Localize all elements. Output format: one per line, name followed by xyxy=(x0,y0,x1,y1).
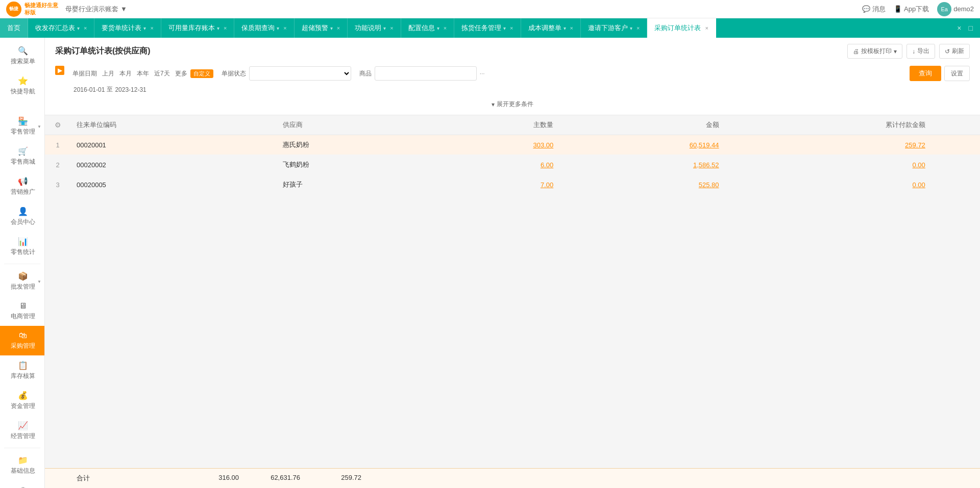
col-qty: 主数量 xyxy=(430,115,559,135)
paid-link[interactable]: 0.00 xyxy=(913,161,925,169)
qty-link[interactable]: 7.00 xyxy=(541,181,553,189)
sidebar-item-system[interactable]: ⚙ 系统管理 xyxy=(0,480,44,488)
status-label: 单据状态 xyxy=(222,69,246,78)
export-btn[interactable]: ↓ 导出 xyxy=(906,44,935,59)
tab-dropdown-icon4: ▾ xyxy=(277,25,279,31)
sidebar-item-purchase[interactable]: 🛍 采购管理 xyxy=(0,326,44,355)
sidebar-item-member[interactable]: 👤 会员中心 xyxy=(0,201,44,232)
paid-link[interactable]: 0.00 xyxy=(913,181,925,189)
user-area[interactable]: Ea demo2 xyxy=(937,2,974,16)
content-area: 采购订单统计表(按供应商) 🖨 按模板打印 ▾ ↓ 导出 ↺ 刷新 xyxy=(45,38,980,488)
tab-order-summary[interactable]: 要货单统计表 ▾ × xyxy=(94,18,161,38)
sidebar-item-wholesale[interactable]: 📦 批发管理 xyxy=(0,266,44,296)
tab-config[interactable]: 配置信息 ▾ × xyxy=(401,18,454,38)
sidebar-item-inventory[interactable]: 📋 库存核算 xyxy=(0,355,44,386)
shortcut-this-year[interactable]: 本年 xyxy=(135,68,151,79)
close-all-btn[interactable]: × xyxy=(954,22,964,34)
shortcut-7days[interactable]: 近7天 xyxy=(152,68,172,79)
settings-btn[interactable]: 设置 xyxy=(944,66,970,81)
tab-purchase-summary[interactable]: 采购订单统计表 × xyxy=(647,18,716,38)
search-icon: 🔍 xyxy=(18,46,28,56)
column-settings-icon[interactable]: ⚙ xyxy=(55,121,61,129)
maximize-btn[interactable]: □ xyxy=(966,22,976,34)
tab-overstock[interactable]: 超储预警 ▾ × xyxy=(295,18,348,38)
amount-link[interactable]: 60,519.44 xyxy=(690,141,719,149)
tab-close-icon10[interactable]: × xyxy=(636,25,640,31)
tab-receive-summary[interactable]: 收发存汇总表 ▾ × xyxy=(28,18,94,38)
tab-close-icon4[interactable]: × xyxy=(283,25,286,31)
sidebar-item-finance[interactable]: 💰 资金管理 xyxy=(0,386,44,416)
table-body: 1 00020001 惠氏奶粉 303.00 60,519.44 259.72 … xyxy=(45,135,980,195)
toggle-filter-btn[interactable]: ▶ xyxy=(55,66,64,75)
amount-link[interactable]: 525.80 xyxy=(699,181,719,189)
row-extra xyxy=(932,175,980,195)
tab-overstock-label: 超储预警 xyxy=(302,23,328,33)
tab-purchase-close-icon[interactable]: × xyxy=(705,25,708,31)
sidebar-finance-label: 资金管理 xyxy=(11,402,35,410)
sidebar-item-retail-stats[interactable]: 📊 零售统计 xyxy=(0,232,44,262)
sidebar-item-ecommerce[interactable]: 🖥 电商管理 xyxy=(0,296,44,326)
sidebar-item-marketing[interactable]: 📢 营销推广 xyxy=(0,171,44,201)
tab-close-icon[interactable]: × xyxy=(84,25,87,31)
tab-close-icon6[interactable]: × xyxy=(390,25,393,31)
amount-link[interactable]: 1,586.52 xyxy=(693,161,719,169)
tab-warranty[interactable]: 保质期查询 ▾ × xyxy=(234,18,294,38)
shortcut-this-month[interactable]: 本月 xyxy=(117,68,134,79)
tab-available-stock[interactable]: 可用量库存账本 ▾ × xyxy=(161,18,234,38)
shortcut-more[interactable]: 更多 xyxy=(173,68,189,79)
print-btn[interactable]: 🖨 按模板打印 ▾ xyxy=(847,44,902,59)
tab-cost-adjust[interactable]: 成本调整单 ▾ × xyxy=(521,18,581,38)
workspace-dropdown-icon: ▼ xyxy=(120,5,127,13)
tab-close-icon9[interactable]: × xyxy=(570,25,573,31)
export-label: 导出 xyxy=(917,47,929,56)
goods-filter-block: 商品 ··· xyxy=(359,66,485,81)
sidebar-item-operations[interactable]: 📈 经营管理 xyxy=(0,416,44,446)
date-filter-block: 单据日期 上月 本月 本年 近7天 更多 自定义 xyxy=(72,68,213,79)
qty-link[interactable]: 6.00 xyxy=(541,161,553,169)
search-btn[interactable]: 查询 xyxy=(910,66,941,81)
goods-more-icon[interactable]: ··· xyxy=(480,70,485,77)
sidebar-member-label: 会员中心 xyxy=(11,218,35,226)
print-dropdown-icon: ▾ xyxy=(894,48,897,55)
retailstats-icon: 📊 xyxy=(18,237,28,246)
expand-conditions-btn[interactable]: ▾ 展开更多条件 xyxy=(487,98,537,111)
refresh-btn[interactable]: ↺ 刷新 xyxy=(939,44,970,59)
qty-link[interactable]: 303.00 xyxy=(533,141,553,149)
tab-close-icon3[interactable]: × xyxy=(224,25,227,31)
refresh-icon: ↺ xyxy=(945,48,950,55)
col-supplier: 供应商 xyxy=(277,115,430,135)
status-select[interactable] xyxy=(249,66,351,81)
tab-dropdown-icon8: ▾ xyxy=(503,25,506,31)
sidebar-item-retail[interactable]: 🏪 零售管理 xyxy=(0,111,44,141)
tab-pick-task[interactable]: 拣货任务管理 ▾ × xyxy=(454,18,521,38)
tab-close-icon5[interactable]: × xyxy=(337,25,340,31)
workspace-selector[interactable]: 母婴行业演示账套 ▼ xyxy=(62,4,130,15)
tab-close-icon2[interactable]: × xyxy=(150,25,153,31)
marketing-icon: 📢 xyxy=(18,176,28,186)
shortcut-last-month[interactable]: 上月 xyxy=(100,68,116,79)
nav-actions: × □ xyxy=(954,22,980,34)
avatar-initials: Ea xyxy=(941,6,948,12)
sidebar-item-retail-mall[interactable]: 🛒 零售商城 xyxy=(0,141,44,171)
tab-close-icon8[interactable]: × xyxy=(510,25,513,31)
sidebar-item-basic[interactable]: 📁 基础信息 xyxy=(0,450,44,480)
paid-link[interactable]: 259.72 xyxy=(905,141,925,149)
message-btn[interactable]: 💬 消息 xyxy=(862,5,886,14)
page-title: 采购订单统计表(按供应商) xyxy=(55,46,151,57)
sidebar-item-quick-nav[interactable]: ⭐ 快捷导航 xyxy=(0,71,44,101)
top-bar-right: 💬 消息 📱 App下载 Ea demo2 xyxy=(862,2,974,16)
tab-home[interactable]: 首页 xyxy=(0,18,28,38)
row-supplier: 惠氏奶粉 xyxy=(277,135,430,155)
tab-close-icon7[interactable]: × xyxy=(444,25,447,31)
app-download-btn[interactable]: 📱 App下载 xyxy=(894,5,929,14)
date-label: 单据日期 xyxy=(72,69,97,78)
custom-date-badge[interactable]: 自定义 xyxy=(190,69,213,78)
tab-invite[interactable]: 邀请下游客户 ▾ × xyxy=(581,18,647,38)
row-supplier: 好孩子 xyxy=(277,175,430,195)
sidebar-item-search[interactable]: 🔍 搜索菜单 xyxy=(0,41,44,71)
col-settings: ⚙ xyxy=(45,115,70,135)
tab-function[interactable]: 功能说明 ▾ × xyxy=(348,18,401,38)
finance-icon: 💰 xyxy=(18,391,28,400)
tab-dropdown-icon7: ▾ xyxy=(437,25,439,31)
goods-input[interactable] xyxy=(375,66,477,81)
